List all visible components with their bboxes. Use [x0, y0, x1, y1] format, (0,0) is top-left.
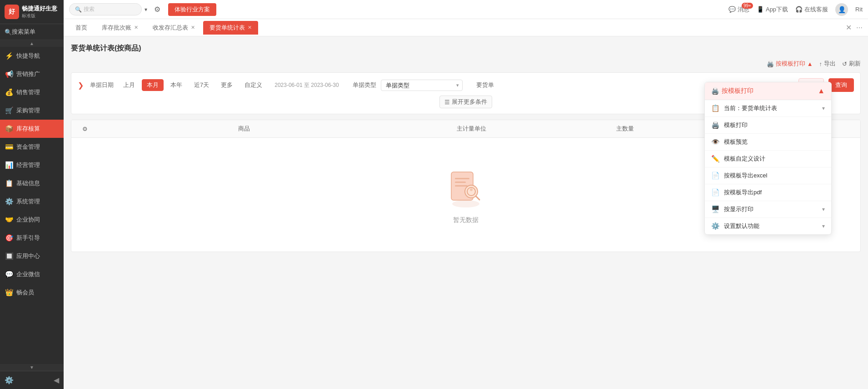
sidebar-settings-icon[interactable]: ⚙️ [5, 376, 14, 384]
svg-rect-5 [455, 185, 468, 187]
date-btn-current-month[interactable]: 本月 [142, 79, 164, 91]
sidebar-item-sales[interactable]: 💰销售管理 [0, 83, 64, 101]
main-content: 要货单统计表(按商品) 🖨️ 按模板打印 ▲ ↑ 导出 ↺ 刷新 ❯ 单据日期 [64, 36, 868, 389]
print-dropdown: 🖨️ 按模板打印 ▲ 📋 当前：要货单统计表 ▾ 🖨️ 模板打印 👁️ 模板预览 [704, 82, 832, 235]
search-icon: 🔍 [5, 29, 12, 35]
sidebar-item-operation[interactable]: 📊经营管理 [0, 156, 64, 174]
print-dropdown-close-btn[interactable]: ▲ [818, 87, 825, 95]
tabs-expand[interactable]: ⋯ [856, 24, 863, 31]
tab-inventory-batch[interactable]: 库存批次账✕ [95, 21, 145, 35]
expand-filter-btn[interactable]: ☰ 展开更多条件 [439, 96, 492, 108]
print-dropdown-title: 🖨️ 按模板打印 [711, 87, 753, 95]
sidebar-item-purchase[interactable]: 🛒采购管理 [0, 101, 64, 120]
tabs-close-all[interactable]: ✕ [846, 23, 852, 32]
tab-close-inventory-batch[interactable]: ✕ [134, 25, 138, 30]
print-menu-current[interactable]: 📋 当前：要货单统计表 ▾ [705, 100, 831, 117]
main: 🔍 搜索 ▾ ⚙ 体验行业方案 💬 消息 99+ 📱 App下载 🎧 在线客服 [64, 0, 868, 389]
sidebar-search[interactable]: 🔍 搜索菜单 [0, 24, 64, 40]
nav-icon-wechat: 💬 [5, 270, 14, 279]
topbar-message[interactable]: 💬 消息 99+ [728, 5, 749, 14]
svg-point-9 [470, 188, 473, 191]
date-btn-custom[interactable]: 自定义 [239, 79, 267, 91]
date-btn-more[interactable]: 更多 [216, 79, 238, 91]
print-item-template-print[interactable]: 🖨️ 模板打印 [705, 117, 831, 134]
print-item-template-preview[interactable]: 👁️ 模板预览 [705, 134, 831, 151]
print-item-template-export-pdf[interactable]: 📄 按模板导出pdf [705, 184, 831, 201]
nav-icon-finance: 💳 [5, 142, 14, 152]
print-template-btn[interactable]: 🖨️ 按模板打印 ▲ [767, 60, 813, 68]
app-logo-icon: 好 [5, 5, 19, 19]
tab-close-collection-summary[interactable]: ✕ [191, 25, 195, 30]
sidebar-item-marketing[interactable]: 📢营销推广 [0, 65, 64, 83]
sidebar-item-guide[interactable]: 🎯新手引导 [0, 229, 64, 247]
topbar-search-box[interactable]: 🔍 搜索 [69, 3, 142, 15]
sidebar-scroll-down[interactable]: ▼ [0, 364, 64, 371]
print-item-arrow-default-func: ▾ [822, 223, 825, 229]
print-item-icon-template-export-pdf: 📄 [711, 188, 719, 197]
print-item-template-export-excel[interactable]: 📄 按模板导出excel [705, 167, 831, 184]
sidebar-scroll-up[interactable]: ▲ [0, 40, 64, 47]
settings-gear-icon[interactable]: ⚙ [82, 126, 88, 132]
nav-label-sales: 销售管理 [16, 88, 40, 96]
topbar-username[interactable]: Rit [855, 6, 863, 13]
topbar: 🔍 搜索 ▾ ⚙ 体验行业方案 💬 消息 99+ 📱 App下载 🎧 在线客服 [64, 0, 868, 19]
sidebar-item-collab[interactable]: 🤝企业协同 [0, 211, 64, 229]
nav-label-marketing: 营销推广 [16, 70, 40, 78]
export-btn[interactable]: ↑ 导出 [819, 60, 836, 68]
print-item-label-template-export-excel: 按模板导出excel [724, 172, 767, 180]
sidebar-item-system[interactable]: ⚙️系统管理 [0, 192, 64, 211]
nav-label-system: 系统管理 [16, 197, 40, 206]
topbar-avatar[interactable]: 👤 [835, 3, 848, 16]
print-item-label-template-custom: 模板自定义设计 [724, 155, 765, 163]
tab-requisition-stats[interactable]: 要货单统计表✕ [203, 21, 258, 35]
tab-label-home: 首页 [75, 24, 87, 32]
date-btn-prev-month[interactable]: 上月 [118, 79, 140, 91]
nav-label-basic: 基础信息 [16, 179, 40, 187]
topbar-trial-button[interactable]: 体验行业方案 [168, 3, 216, 16]
tab-collection-summary[interactable]: 收发存汇总表✕ [146, 21, 201, 35]
filter-collapse-icon[interactable]: ❯ [78, 81, 84, 90]
query-button[interactable]: 查询 [828, 78, 854, 92]
tab-home[interactable]: 首页 [69, 21, 94, 35]
nav-icon-inventory: 📦 [5, 124, 14, 133]
date-btn-current-year[interactable]: 本年 [165, 79, 187, 91]
nav-icon-basic: 📋 [5, 179, 14, 188]
topbar-app-download[interactable]: 📱 App下载 [757, 5, 788, 14]
print-item-template-custom[interactable]: ✏️ 模板自定义设计 [705, 151, 831, 167]
type-filter-label: 单据类型 [353, 81, 376, 89]
refresh-btn[interactable]: ↺ 刷新 [842, 60, 861, 68]
service-label: 在线客服 [804, 5, 828, 14]
sidebar-item-wechat[interactable]: 💬企业微信 [0, 265, 64, 283]
topbar-online-service[interactable]: 🎧 在线客服 [795, 5, 828, 14]
print-item-default-func[interactable]: ⚙️ 设置默认功能 ▾ [705, 218, 831, 234]
sidebar-item-basic[interactable]: 📋基础信息 [0, 174, 64, 192]
nav-icon-operation: 📊 [5, 161, 14, 170]
type-filter-select[interactable]: 单据类型 要货单 [381, 80, 463, 91]
date-btn-last-7-days[interactable]: 近7天 [189, 79, 214, 91]
current-item-icon: 📋 [711, 104, 719, 112]
sidebar-item-inventory[interactable]: 📦库存核算 [0, 120, 64, 138]
topbar-settings-icon[interactable]: ⚙ [151, 3, 164, 16]
print-item-arrow-display-print: ▾ [822, 206, 825, 212]
sidebar-item-quick-nav[interactable]: ⚡快捷导航 [0, 47, 64, 65]
print-dropdown-title-text: 按模板打印 [722, 87, 753, 95]
app-download-label: App下载 [766, 5, 788, 14]
refresh-icon: ↺ [842, 61, 847, 67]
sidebar-item-member[interactable]: 👑畅会员 [0, 283, 64, 302]
nav-label-apps: 应用中心 [16, 252, 40, 260]
sidebar-item-apps[interactable]: 🔲应用中心 [0, 247, 64, 265]
svg-point-0 [452, 200, 479, 207]
sidebar-nav: ⚡快捷导航📢营销推广💰销售管理🛒采购管理📦库存核算💳资金管理📊经营管理📋基础信息… [0, 47, 64, 364]
nav-icon-marketing: 📢 [5, 70, 14, 79]
nav-icon-guide: 🎯 [5, 233, 14, 242]
print-item-display-print[interactable]: 🖥️ 按显示打印 ▾ [705, 201, 831, 218]
topbar-dropdown[interactable]: ▾ [145, 6, 147, 13]
nav-label-purchase: 采购管理 [16, 106, 40, 115]
tab-close-requisition-stats[interactable]: ✕ [248, 25, 252, 30]
print-chevron-icon: ▲ [807, 61, 813, 67]
sidebar-collapse-icon[interactable]: ◀ [54, 376, 59, 384]
svg-line-8 [476, 196, 479, 200]
print-template-label: 按模板打印 [776, 60, 805, 68]
tab-label-requisition-stats: 要货单统计表 [210, 24, 245, 32]
sidebar-item-finance[interactable]: 💳资金管理 [0, 138, 64, 156]
